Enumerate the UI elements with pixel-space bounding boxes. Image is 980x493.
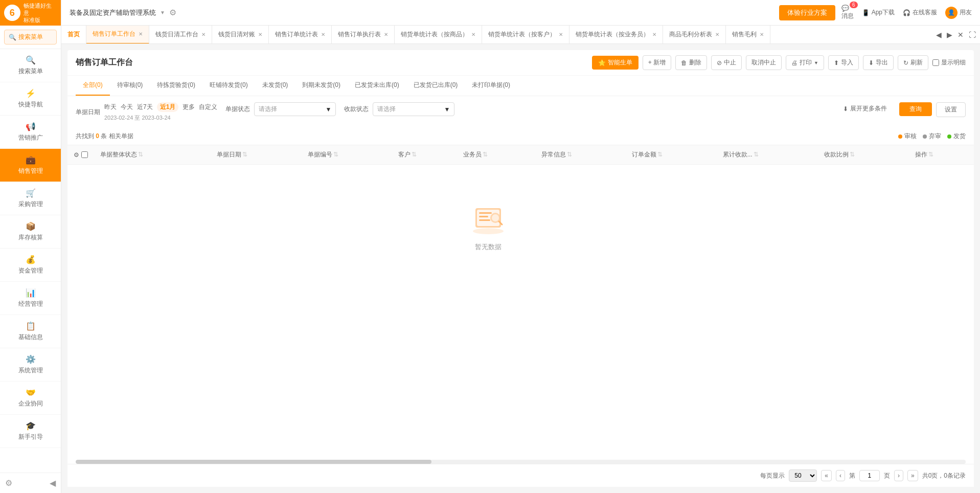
- sort-icon-date[interactable]: ⇅: [242, 151, 247, 158]
- sidebar-item-purchase[interactable]: 🛒采购管理: [0, 182, 61, 215]
- filter-tab-expired-not-shipped[interactable]: 到期未发货(0): [295, 76, 348, 96]
- export-button[interactable]: ⬇导出: [863, 55, 894, 70]
- settings-icon[interactable]: ⚙: [169, 8, 176, 17]
- tab-cash-daily[interactable]: 钱货日清工作台✕: [149, 26, 212, 44]
- search-menu-button[interactable]: 🔍 搜索菜单: [4, 30, 57, 44]
- sort-icon-received[interactable]: ⇅: [754, 151, 759, 158]
- tab-close-sales-stat-customer[interactable]: ✕: [559, 32, 563, 37]
- tab-close-sales-stat[interactable]: ✕: [321, 32, 325, 37]
- sort-icon-customer[interactable]: ⇅: [412, 151, 417, 158]
- cancel-stop-button[interactable]: 取消中止: [746, 55, 782, 70]
- col-settings-icon[interactable]: ⚙: [74, 151, 79, 159]
- filter-tab-wangpu-pending[interactable]: 旺铺待发货(0): [202, 76, 255, 96]
- last-page-button[interactable]: »: [907, 470, 918, 481]
- sidebar-item-inventory[interactable]: 📦库存核算: [0, 215, 61, 249]
- sidebar-item-system[interactable]: ⚙️系统管理: [0, 348, 61, 382]
- sort-icon-amount[interactable]: ⇅: [657, 151, 663, 158]
- filter-tab-shipped-not-in[interactable]: 已发货未出库(0): [348, 76, 406, 96]
- filter-tab-all[interactable]: 全部(0): [76, 76, 110, 96]
- quick-action-审核[interactable]: 审核: [898, 132, 917, 141]
- app-download-button[interactable]: 📱 App下载: [862, 8, 895, 17]
- tab-sales-stat-product[interactable]: 销货单统计表（按商品）✕: [395, 26, 482, 44]
- filter-tab-not-shipped[interactable]: 未发货(0): [255, 76, 295, 96]
- tab-close-cash-daily[interactable]: ✕: [201, 32, 206, 37]
- tab-fullscreen-button[interactable]: ⛶: [967, 30, 978, 40]
- sort-icon-actions[interactable]: ⇅: [928, 151, 933, 158]
- delete-button[interactable]: 🗑删除: [675, 55, 707, 70]
- tab-gross-profit[interactable]: 商品毛利分析表✕: [663, 26, 726, 44]
- show-detail-label[interactable]: 显示明细: [932, 58, 966, 67]
- tab-prev-button[interactable]: ◀: [934, 30, 944, 40]
- tab-close-cash-reconcile[interactable]: ✕: [258, 32, 262, 37]
- tab-sales-exec[interactable]: 销售订单执行表✕: [332, 26, 395, 44]
- quick-action-发货[interactable]: 发货: [947, 132, 966, 141]
- status-select[interactable]: 请选择 ▼: [254, 102, 336, 116]
- sort-icon-number[interactable]: ⇅: [333, 151, 338, 158]
- filter-tab-pending-review[interactable]: 待审核(0): [110, 76, 150, 96]
- sidebar-item-sales[interactable]: 💼销售管理: [0, 149, 61, 182]
- sort-icon-staff[interactable]: ⇅: [483, 151, 488, 158]
- horizontal-scrollbar[interactable]: [76, 460, 966, 464]
- tab-close-gross-profit[interactable]: ✕: [715, 32, 719, 37]
- print-button[interactable]: 🖨打印▼: [786, 55, 824, 70]
- user-menu-button[interactable]: 👤 用友: [945, 7, 972, 19]
- filter-tab-not-printed[interactable]: 未打印单据(0): [465, 76, 517, 96]
- filter-setting-button[interactable]: 设置: [936, 102, 966, 117]
- date-option-更多[interactable]: 更多: [183, 103, 195, 111]
- new-button[interactable]: + 新增: [643, 55, 671, 70]
- tab-sales-stat-staff[interactable]: 销货单统计表（按业务员）✕: [569, 26, 663, 44]
- tab-close-sales-workbench[interactable]: ✕: [139, 31, 143, 37]
- sort-icon-ratio[interactable]: ⇅: [850, 151, 855, 158]
- next-page-button[interactable]: ›: [894, 470, 903, 481]
- stop-button[interactable]: ⊘中止: [711, 55, 742, 70]
- import-button[interactable]: ⬆导入: [828, 55, 859, 70]
- scrollbar-thumb[interactable]: [76, 460, 431, 464]
- first-page-button[interactable]: «: [821, 470, 832, 481]
- online-service-button[interactable]: 🎧 在线客服: [903, 8, 937, 17]
- filter-tab-pending-inspect[interactable]: 待拣货验货(0): [150, 76, 202, 96]
- tab-home[interactable]: 首页: [61, 26, 86, 44]
- select-all-checkbox[interactable]: [81, 151, 88, 158]
- tab-close-sales-exec[interactable]: ✕: [384, 32, 388, 37]
- sidebar-item-operations[interactable]: 📊经营管理: [0, 282, 61, 315]
- quick-action-弃审[interactable]: 弃审: [923, 132, 941, 141]
- sidebar-item-marketing[interactable]: 📢营销推广: [0, 116, 61, 149]
- query-button[interactable]: 查询: [899, 102, 932, 116]
- page-input[interactable]: [859, 470, 880, 481]
- smart-generate-button[interactable]: ⭐ 智能生单: [592, 56, 639, 70]
- tab-sales-stat[interactable]: 销售订单统计表✕: [269, 26, 332, 44]
- sort-icon-exception[interactable]: ⇅: [567, 151, 572, 158]
- solution-button[interactable]: 体验行业方案: [779, 5, 835, 20]
- page-size-select[interactable]: 102050100: [789, 469, 817, 482]
- tab-sales-gross[interactable]: 销售毛利✕: [726, 26, 770, 44]
- sidebar-item-search[interactable]: 🔍搜索菜单: [0, 49, 61, 82]
- sort-icon-status[interactable]: ⇅: [138, 151, 143, 158]
- message-button[interactable]: 💬 消息 6: [841, 5, 854, 20]
- date-option-自定义[interactable]: 自定义: [199, 103, 217, 111]
- tab-close-sales-stat-staff[interactable]: ✕: [652, 32, 656, 37]
- prev-page-button[interactable]: ‹: [836, 470, 845, 481]
- tab-sales-stat-customer[interactable]: 销货单统计表（按客户）✕: [482, 26, 569, 44]
- refresh-button[interactable]: ↻刷新: [898, 55, 928, 70]
- tab-close-sales-gross[interactable]: ✕: [760, 32, 764, 37]
- tab-next-button[interactable]: ▶: [945, 30, 954, 40]
- sidebar-item-collab[interactable]: 🤝企业协同: [0, 382, 61, 415]
- filter-tab-shipped-out[interactable]: 已发货已出库(0): [406, 76, 465, 96]
- settings-footer-button[interactable]: ⚙: [5, 478, 12, 488]
- date-option-近7天[interactable]: 近7天: [137, 103, 153, 111]
- tab-sales-workbench[interactable]: 销售订单工作台✕: [86, 26, 149, 44]
- tab-close-all-button[interactable]: ✕: [955, 30, 966, 40]
- date-option-昨天[interactable]: 昨天: [104, 103, 117, 111]
- collapse-sidebar-button[interactable]: ◀: [50, 478, 56, 488]
- expand-filters-button[interactable]: ⬇ 展开更多条件: [839, 102, 891, 115]
- tab-cash-reconcile[interactable]: 钱货日清对账✕: [212, 26, 269, 44]
- payment-select[interactable]: 请选择 ▼: [373, 102, 454, 116]
- sidebar-item-guide[interactable]: 🎓新手引导: [0, 415, 61, 448]
- tab-close-sales-stat-product[interactable]: ✕: [471, 32, 475, 37]
- sidebar-item-finance[interactable]: 💰资金管理: [0, 249, 61, 282]
- sidebar-item-basic[interactable]: 📋基础信息: [0, 315, 61, 348]
- date-option-今天[interactable]: 今天: [121, 103, 133, 111]
- sidebar-item-quicknav[interactable]: ⚡快捷导航: [0, 82, 61, 116]
- date-option-近1月[interactable]: 近1月: [157, 102, 179, 112]
- show-detail-checkbox[interactable]: [932, 59, 939, 66]
